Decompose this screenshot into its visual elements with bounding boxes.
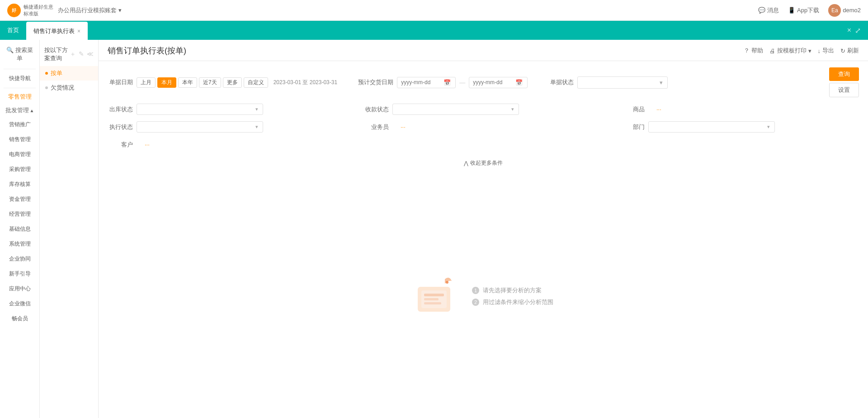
collapse-button[interactable]: ⋀ 收起更多条件 <box>108 157 859 171</box>
execution-chevron-icon: ▾ <box>255 124 258 130</box>
collection-label: 收款状态 <box>363 105 389 114</box>
inactive-dot <box>45 86 48 89</box>
scheme-item-backorder[interactable]: 欠货情况 <box>40 81 98 95</box>
collapse-panel-button[interactable]: ≪ <box>87 50 94 58</box>
date-dash: — <box>459 79 465 86</box>
date-more[interactable]: 更多 <box>223 77 242 88</box>
download-icon: 📱 <box>788 7 795 14</box>
active-dot <box>45 72 48 75</box>
help-button[interactable]: ？ 帮助 <box>744 47 763 55</box>
edit-scheme-button[interactable]: ✎ <box>79 50 84 58</box>
search-menu-button[interactable]: 🔍 搜索菜单 <box>4 44 36 64</box>
window-close-icon[interactable]: × <box>847 26 851 34</box>
top-bar-left: 好 畅捷通好生意 标准版 办公用品行业模拟账套 ▾ <box>7 4 122 17</box>
logo-icon: 好 <box>7 4 21 17</box>
sidebar-item-newbie[interactable]: 新手引导 <box>0 266 39 281</box>
tab-home[interactable]: 首页 <box>0 21 26 40</box>
collection-select[interactable]: ▾ <box>392 104 519 115</box>
sidebar-item-procurement[interactable]: 采购管理 <box>0 162 39 177</box>
template-dropdown-icon: ▾ <box>808 48 811 54</box>
goods-input[interactable]: ··· <box>648 104 775 115</box>
add-scheme-button[interactable]: ＋ <box>70 50 76 58</box>
sidebar-item-ecommerce[interactable]: 电商管理 <box>0 147 39 162</box>
filter-area: 单据日期 上月 本月 本年 近7天 更多 自定义 2023-03-01 至 20… <box>99 61 868 178</box>
date-custom[interactable]: 自定义 <box>244 77 268 88</box>
user-menu[interactable]: Ea demo2 <box>828 4 861 17</box>
customer-input[interactable]: ··· <box>137 139 263 150</box>
goods-label: 商品 <box>619 105 645 114</box>
date-range-display: 2023-03-01 至 2023-03-31 <box>274 79 337 86</box>
sidebar-item-inventory[interactable]: 库存核算 <box>0 177 39 192</box>
svg-point-5 <box>446 281 448 284</box>
department-label: 部门 <box>619 123 645 131</box>
filter-outer: 单据日期 上月 本月 本年 近7天 更多 自定义 2023-03-01 至 20… <box>99 61 868 178</box>
industry-selector[interactable]: 办公用品行业模拟账套 ▾ <box>58 6 122 14</box>
date-btn-group: 上月 本月 本年 近7天 更多 自定义 <box>137 77 268 88</box>
department-select[interactable]: ▾ <box>648 121 775 133</box>
inner-layout: 按以下方案查询 ＋ ✎ ≪ 按单 欠货情况 销售订单执行表(按单) <box>40 40 868 418</box>
calendar-icon: 📅 <box>443 79 451 86</box>
tab-close-icon[interactable]: × <box>77 28 80 34</box>
sidebar-item-app-center[interactable]: 应用中心 <box>0 281 39 296</box>
chevron-down-icon: ▾ <box>118 7 122 14</box>
scheme-item-order[interactable]: 按单 <box>40 66 98 81</box>
empty-text: 1 请先选择要分析的方案 2 用过滤条件来缩小分析范围 <box>472 286 553 310</box>
sidebar-item-wechat[interactable]: 企业微信 <box>0 296 39 311</box>
sidebar-item-marketing[interactable]: 营销推广 <box>0 117 39 132</box>
page-title: 销售订单执行表(按单) <box>108 45 186 56</box>
collapse-icon: ⋀ <box>464 160 468 166</box>
refresh-button[interactable]: ↻ 刷新 <box>840 47 859 55</box>
status-select[interactable]: ▾ <box>577 76 668 89</box>
forecast-date-to[interactable]: 📅 <box>469 77 528 88</box>
sidebar-item-members[interactable]: 畅会员 <box>0 311 39 326</box>
sidebar-item-basics[interactable]: 基础信息 <box>0 222 39 237</box>
salesperson-input[interactable]: ··· <box>392 121 519 133</box>
sidebar-item-system[interactable]: 系统管理 <box>0 237 39 252</box>
app-download-button[interactable]: 📱 App下载 <box>788 6 819 14</box>
avatar: Ea <box>828 4 841 17</box>
refresh-icon: ↻ <box>840 48 845 54</box>
sidebar-item-quick-nav[interactable]: 快捷导航 <box>0 71 39 86</box>
top-bar: 好 畅捷通好生意 标准版 办公用品行业模拟账套 ▾ 💬 消息 📱 App下载 E… <box>0 0 868 21</box>
date-current-month[interactable]: 本月 <box>157 77 176 88</box>
right-panel: 销售订单执行表(按单) ？ 帮助 🖨 按模板打印 ▾ ↓ <box>99 40 868 418</box>
svg-rect-4 <box>424 302 441 304</box>
status-label: 单据状态 <box>548 78 574 86</box>
goods-more-icon[interactable]: ··· <box>656 106 661 113</box>
execution-select[interactable]: ▾ <box>137 121 263 133</box>
calendar-icon-2: 📅 <box>515 79 523 86</box>
settings-button[interactable]: 设置 <box>829 83 859 97</box>
sidebar-item-retail[interactable]: 零售管理 <box>0 90 39 104</box>
date-current-year[interactable]: 本年 <box>178 77 197 88</box>
sidebar-item-enterprise[interactable]: 企业协同 <box>0 252 39 266</box>
query-button[interactable]: 查询 <box>829 67 859 81</box>
customer-more-icon[interactable]: ··· <box>145 141 150 148</box>
forecast-date-label: 预计交货日期 <box>358 78 393 86</box>
sidebar-item-sales[interactable]: 销售管理 <box>0 132 39 147</box>
template-print-button[interactable]: 🖨 按模板打印 ▾ <box>769 47 811 55</box>
empty-illustration <box>413 276 458 321</box>
top-bar-right: 💬 消息 📱 App下载 Ea demo2 <box>758 4 861 17</box>
sidebar-search-area: 🔍 搜索菜单 <box>0 40 39 67</box>
tab-sales-execution[interactable]: 销售订单执行表 × <box>26 22 88 41</box>
execution-label: 执行状态 <box>108 123 133 131</box>
sidebar-item-operations[interactable]: 经营管理 <box>0 207 39 222</box>
forecast-date-from[interactable]: 📅 <box>397 77 456 88</box>
filter-row-3: 执行状态 ▾ 业务员 ··· <box>108 121 859 133</box>
window-expand-icon[interactable]: ⤢ <box>855 26 861 35</box>
export-button[interactable]: ↓ 导出 <box>818 47 835 55</box>
left-panel-actions: ＋ ✎ ≪ <box>70 50 94 58</box>
shipment-select[interactable]: ▾ <box>137 104 263 115</box>
page-header: 销售订单执行表(按单) ？ 帮助 🖨 按模板打印 ▾ ↓ <box>99 40 868 61</box>
date-label: 单据日期 <box>108 78 133 86</box>
svg-rect-3 <box>424 298 439 300</box>
date-last-7-days[interactable]: 近7天 <box>199 77 221 88</box>
main-layout: 🔍 搜索菜单 快捷导航 零售管理 批发管理 ▲ 营销推广 销售管理 电商管理 采… <box>0 40 868 418</box>
sidebar-item-finance[interactable]: 资金管理 <box>0 192 39 207</box>
salesperson-more-icon[interactable]: ··· <box>401 124 406 130</box>
forecast-date-from-input[interactable] <box>401 79 442 86</box>
date-last-month[interactable]: 上月 <box>137 77 156 88</box>
sidebar-item-wholesale[interactable]: 批发管理 ▲ <box>0 104 39 117</box>
forecast-date-to-input[interactable] <box>473 79 514 86</box>
messages-button[interactable]: 💬 消息 <box>758 6 779 14</box>
